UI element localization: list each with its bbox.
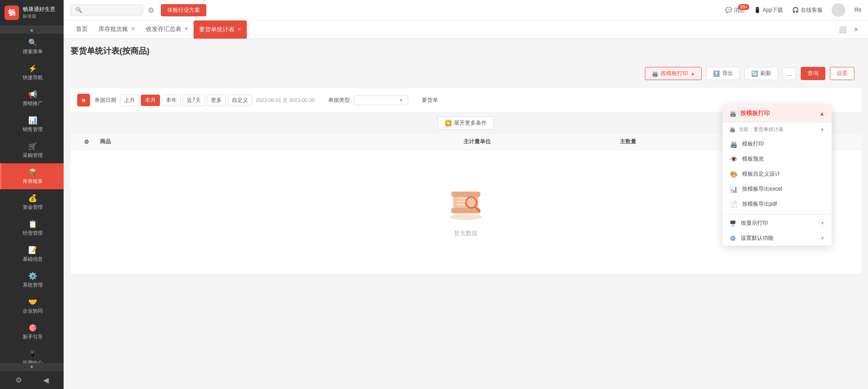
sidebar-item-marketing[interactable]: 📢 营销推广	[0, 86, 64, 111]
sidebar-item-inventory[interactable]: 📦 库存核算	[0, 163, 64, 189]
tab-receipt-summary-close[interactable]: ✕	[184, 26, 188, 32]
query-btn[interactable]: 查询	[801, 67, 825, 80]
expand-more-btn[interactable]: 🔽 展开更多条件	[438, 116, 494, 130]
dropdown-arrow-up[interactable]: ▲	[819, 110, 825, 117]
query-btn-label: 查询	[808, 70, 818, 77]
dropdown-current: 🖨️ 当前：要货单统计表 ▼	[723, 122, 832, 135]
nav-list: 🔍 搜索菜单 ⚡ 快捷导航 📢 营销推广 📊 销售管理 🛒 采购管理 📦 库存核…	[0, 34, 64, 363]
tabs-bar-right: ⬜ ✕	[837, 25, 861, 34]
user-avatar[interactable]	[832, 3, 845, 17]
date-buttons: 上月 本月 本年 近7天 更多 自定义	[120, 95, 252, 106]
current-arrow: ▼	[820, 127, 825, 132]
sidebar-item-quicknav[interactable]: ⚡ 快捷导航	[0, 60, 64, 86]
col-settings[interactable]: ⚙	[77, 139, 95, 145]
print-dropdown: 🖨️ 按模板打印 ▲ 🖨️ 当前：要货单统计表 ▼ 🖨️ 模板打印 👁️	[723, 105, 832, 246]
top-search-box[interactable]: 🔍	[70, 5, 143, 15]
settings-btn[interactable]: 设置	[830, 67, 854, 80]
tab-home[interactable]: 首页	[70, 20, 93, 39]
tab-requisition-stats-close[interactable]: ✕	[237, 26, 241, 32]
more-date-btn[interactable]: 更多	[207, 95, 226, 106]
page-title: 要货单统计表(按商品)	[70, 45, 861, 56]
expand-icon: 🔽	[445, 120, 452, 126]
sales-icon: 📊	[28, 116, 37, 125]
sidebar-item-basic-label: 基础信息	[23, 256, 43, 263]
last7days-btn[interactable]: 近7天	[183, 95, 205, 106]
collapse-btn[interactable]: ◀	[43, 376, 49, 384]
print-btn-label: 按模板打印	[661, 70, 688, 77]
app-name: 畅康通好生意	[23, 6, 55, 13]
app-download-btn[interactable]: 📱 App下载	[754, 6, 783, 14]
scroll-down-btn[interactable]: ▼	[0, 363, 64, 371]
col-settings-icon[interactable]: ⚙	[84, 139, 89, 145]
template-print-icon: 🖨️	[729, 141, 738, 148]
custom-date-btn[interactable]: 自定义	[228, 95, 252, 106]
download-icon: 📱	[754, 7, 761, 13]
export-pdf-label: 按模板导出pdf	[742, 200, 777, 208]
operation-icon: 📋	[28, 220, 37, 228]
tab-inventory-batch[interactable]: 库存批次账 ✕	[93, 20, 140, 39]
dropdown-divider-1	[723, 214, 832, 215]
template-preview-icon: 👁️	[729, 156, 738, 163]
sidebar-item-system[interactable]: ⚙️ 系统管理	[0, 267, 64, 293]
sidebar-item-purchase[interactable]: 🛒 采购管理	[0, 137, 64, 163]
default-func-left: ⚙️ 设置默认功能	[729, 234, 773, 242]
close-tab-btn[interactable]: ✕	[851, 25, 861, 34]
dropdown-display-print[interactable]: 🖥️ 按显示打印 ▼	[723, 216, 832, 231]
dropdown-header-left: 🖨️ 按模板打印	[729, 109, 770, 117]
dropdown-item-template-design[interactable]: 🎨 模板自定义设计	[723, 167, 832, 182]
trial-btn[interactable]: 体验行业方案	[161, 4, 206, 16]
tab-receipt-summary-label: 收发存汇总表	[146, 25, 181, 33]
top-search-icon: 🔍	[75, 7, 82, 13]
guide-icon: 🎯	[28, 323, 37, 332]
tab-inventory-batch-close[interactable]: ✕	[131, 26, 135, 32]
doctype-select[interactable]: ▼	[354, 96, 408, 105]
quicknav-icon: ⚡	[28, 64, 37, 73]
tab-receipt-summary[interactable]: 收发存汇总表 ✕	[140, 20, 194, 39]
sidebar-item-corp[interactable]: 🤝 企业协同	[0, 293, 64, 319]
sidebar-item-sales[interactable]: 📊 销售管理	[0, 111, 64, 137]
appstore-icon: 📱	[28, 349, 37, 358]
requisition-label: 要货单	[422, 96, 438, 104]
sidebar-item-guide[interactable]: 🎯 新手引导	[0, 319, 64, 345]
prev-month-btn[interactable]: 上月	[120, 95, 139, 106]
sidebar-item-search[interactable]: 🔍 搜索菜单	[0, 34, 64, 60]
col-qty-header: 主数量	[553, 138, 703, 146]
sidebar-item-corp-label: 企业协同	[23, 308, 43, 314]
dropdown-item-template-print[interactable]: 🖨️ 模板打印	[723, 136, 832, 152]
scroll-up-btn[interactable]: ▲	[0, 26, 64, 34]
expand-more-label: 展开更多条件	[454, 119, 487, 127]
app-version: 标准版	[23, 13, 55, 20]
empty-illustration	[443, 186, 489, 222]
sidebar-item-appstore-label: 应用中心	[23, 359, 43, 363]
more-options-btn[interactable]: ...	[783, 67, 796, 80]
dropdown-default-func[interactable]: ⚙️ 设置默认功能 ▼	[723, 231, 832, 246]
sidebar-item-operation[interactable]: 📋 经营管理	[0, 215, 64, 241]
dropdown-item-template-preview[interactable]: 👁️ 模板预览	[723, 152, 832, 167]
export-pdf-icon: 📄	[729, 201, 738, 208]
dropdown-title: 按模板打印	[740, 109, 770, 117]
dropdown-print-icon: 🖨️	[729, 110, 737, 117]
dropdown-item-export-excel[interactable]: 📊 按模板导出excel	[723, 182, 832, 197]
basic-icon: 📝	[28, 246, 37, 254]
current-month-btn[interactable]: 本月	[141, 95, 160, 106]
print-btn[interactable]: 🖨️ 按模板打印 ▲	[645, 67, 702, 80]
logo-icon: 畅	[5, 5, 19, 20]
export-btn[interactable]: ⬆️ 导出	[706, 67, 740, 80]
messages-btn[interactable]: 💬 消息 99+	[725, 6, 745, 14]
sidebar-item-appstore[interactable]: 📱 应用中心	[0, 345, 64, 363]
default-func-label: 设置默认功能	[741, 234, 773, 242]
tab-requisition-stats[interactable]: 要货单统计表 ✕	[194, 20, 247, 39]
filter-expand-btn[interactable]: »	[77, 94, 90, 106]
online-service-btn[interactable]: 🎧 在线客服	[792, 6, 823, 14]
sidebar-item-operation-label: 经营管理	[23, 230, 43, 237]
topbar-gear-icon[interactable]: ⚙	[148, 6, 154, 15]
refresh-btn[interactable]: 🔄 刷新	[744, 67, 778, 80]
sidebar-item-finance[interactable]: 💰 资金管理	[0, 189, 64, 215]
settings-bottom-btn[interactable]: ⚙	[15, 376, 22, 384]
maximize-btn[interactable]: ⬜	[837, 25, 849, 34]
dropdown-item-export-pdf[interactable]: 📄 按模板导出pdf	[723, 197, 832, 212]
sidebar-item-basic[interactable]: 📝 基础信息	[0, 241, 64, 267]
service-icon: 🎧	[792, 7, 799, 13]
template-preview-label: 模板预览	[742, 155, 764, 163]
current-year-btn[interactable]: 本年	[162, 95, 181, 106]
